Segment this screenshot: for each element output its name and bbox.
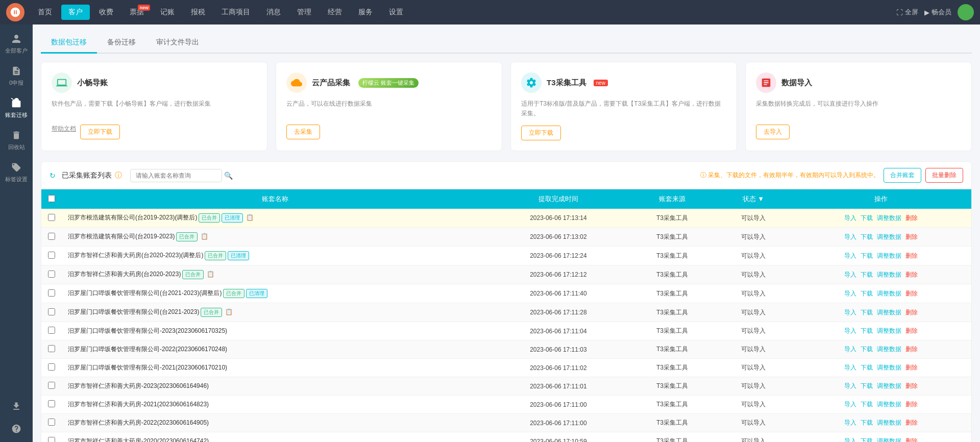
- action-下载[interactable]: 下载: [861, 309, 873, 316]
- info-icon[interactable]: ⓘ: [115, 171, 122, 180]
- merge-account-button[interactable]: 合并账套: [884, 168, 921, 183]
- sidebar-item-account-migrate[interactable]: 账套迁移: [2, 93, 31, 123]
- nav-client[interactable]: 客户: [61, 5, 90, 20]
- nav-accounting[interactable]: 记账: [153, 5, 182, 20]
- action-调整数据[interactable]: 调整数据: [877, 233, 901, 240]
- action-导入[interactable]: 导入: [844, 327, 856, 334]
- row-checkbox[interactable]: [48, 214, 55, 221]
- row-file-icon[interactable]: 📋: [225, 308, 233, 315]
- row-checkbox[interactable]: [48, 233, 55, 240]
- action-删除[interactable]: 删除: [905, 437, 918, 442]
- download-now-button-1[interactable]: 立即下载: [80, 125, 120, 139]
- nav-settings[interactable]: 设置: [382, 5, 410, 20]
- action-下载[interactable]: 下载: [861, 364, 873, 371]
- action-调整数据[interactable]: 调整数据: [877, 290, 901, 297]
- action-下载[interactable]: 下载: [861, 271, 873, 278]
- nav-tax[interactable]: 报税: [184, 5, 212, 20]
- user-avatar[interactable]: [958, 4, 974, 20]
- action-导入[interactable]: 导入: [844, 401, 856, 408]
- action-删除[interactable]: 删除: [905, 401, 918, 408]
- action-下载[interactable]: 下载: [861, 437, 873, 442]
- action-下载[interactable]: 下载: [861, 346, 873, 353]
- row-checkbox[interactable]: [48, 437, 55, 442]
- row-checkbox[interactable]: [48, 345, 55, 352]
- sidebar-download[interactable]: [2, 397, 31, 415]
- nav-charge[interactable]: 收费: [92, 5, 120, 20]
- tab-data-migration[interactable]: 数据包迁移: [41, 33, 97, 54]
- sidebar-item-trash[interactable]: 回收站: [2, 125, 31, 155]
- action-下载[interactable]: 下载: [861, 327, 873, 334]
- action-删除[interactable]: 删除: [905, 419, 918, 426]
- action-删除[interactable]: 删除: [905, 233, 918, 240]
- tab-audit-export[interactable]: 审计文件导出: [146, 33, 209, 54]
- action-删除[interactable]: 删除: [905, 309, 918, 316]
- row-checkbox[interactable]: [48, 400, 55, 407]
- action-调整数据[interactable]: 调整数据: [877, 437, 901, 442]
- action-导入[interactable]: 导入: [844, 271, 856, 278]
- action-导入[interactable]: 导入: [844, 233, 856, 240]
- nav-service[interactable]: 服务: [351, 5, 380, 20]
- action-调整数据[interactable]: 调整数据: [877, 309, 901, 316]
- action-导入[interactable]: 导入: [844, 382, 856, 389]
- sidebar-item-all-clients[interactable]: 全部客户: [2, 29, 31, 59]
- action-调整数据[interactable]: 调整数据: [877, 346, 901, 353]
- go-collect-button[interactable]: 去采集: [286, 125, 320, 139]
- row-checkbox[interactable]: [48, 271, 55, 278]
- sidebar-item-zero-declare[interactable]: 0申报: [2, 61, 31, 91]
- action-下载[interactable]: 下载: [861, 401, 873, 408]
- nav-home[interactable]: 首页: [31, 5, 59, 20]
- action-删除[interactable]: 删除: [905, 252, 918, 259]
- action-调整数据[interactable]: 调整数据: [877, 252, 901, 259]
- action-下载[interactable]: 下载: [861, 419, 873, 426]
- row-checkbox[interactable]: [48, 363, 55, 371]
- action-删除[interactable]: 删除: [905, 271, 918, 278]
- action-调整数据[interactable]: 调整数据: [877, 419, 901, 426]
- row-checkbox[interactable]: [48, 289, 55, 297]
- action-调整数据[interactable]: 调整数据: [877, 327, 901, 334]
- go-import-button[interactable]: 去导入: [756, 125, 790, 139]
- action-下载[interactable]: 下载: [861, 290, 873, 297]
- action-导入[interactable]: 导入: [844, 252, 856, 259]
- sidebar-item-tag-settings[interactable]: 标签设置: [2, 157, 31, 187]
- action-调整数据[interactable]: 调整数据: [877, 364, 901, 371]
- action-导入[interactable]: 导入: [844, 290, 856, 297]
- action-下载[interactable]: 下载: [861, 233, 873, 240]
- action-下载[interactable]: 下载: [861, 214, 873, 222]
- action-调整数据[interactable]: 调整数据: [877, 214, 901, 222]
- tab-backup-migration[interactable]: 备份迁移: [97, 33, 146, 54]
- search-button[interactable]: 🔍: [224, 171, 233, 180]
- action-导入[interactable]: 导入: [844, 214, 856, 222]
- sidebar-help[interactable]: [2, 420, 31, 438]
- action-删除[interactable]: 删除: [905, 364, 918, 371]
- vip-button[interactable]: ▶ 畅会员: [924, 8, 951, 17]
- nav-business[interactable]: 工商项目: [214, 5, 257, 20]
- row-checkbox[interactable]: [48, 419, 55, 426]
- nav-message[interactable]: 消息: [259, 5, 288, 20]
- select-all-checkbox[interactable]: [48, 195, 55, 202]
- nav-invoice[interactable]: 票据 new: [122, 5, 151, 20]
- download-now-button-3[interactable]: 立即下载: [521, 126, 561, 140]
- row-file-icon[interactable]: 📋: [207, 271, 214, 278]
- nav-manage[interactable]: 管理: [290, 5, 318, 20]
- row-checkbox[interactable]: [48, 308, 55, 315]
- action-删除[interactable]: 删除: [905, 382, 918, 389]
- action-删除[interactable]: 删除: [905, 290, 918, 297]
- help-doc-link[interactable]: 帮助文档: [52, 125, 76, 139]
- search-input[interactable]: [130, 169, 222, 182]
- action-导入[interactable]: 导入: [844, 437, 856, 442]
- action-调整数据[interactable]: 调整数据: [877, 401, 901, 408]
- action-导入[interactable]: 导入: [844, 309, 856, 316]
- fullscreen-button[interactable]: ⛶ 全屏: [896, 8, 918, 17]
- row-checkbox[interactable]: [48, 327, 55, 334]
- action-导入[interactable]: 导入: [844, 364, 856, 371]
- action-调整数据[interactable]: 调整数据: [877, 271, 901, 278]
- action-下载[interactable]: 下载: [861, 252, 873, 259]
- row-checkbox[interactable]: [48, 382, 55, 389]
- row-file-icon[interactable]: 📋: [201, 233, 208, 240]
- batch-delete-button[interactable]: 批量删除: [925, 168, 963, 183]
- action-导入[interactable]: 导入: [844, 419, 856, 426]
- action-删除[interactable]: 删除: [905, 346, 918, 353]
- action-删除[interactable]: 删除: [905, 327, 918, 334]
- action-删除[interactable]: 删除: [905, 214, 918, 222]
- action-下载[interactable]: 下载: [861, 382, 873, 389]
